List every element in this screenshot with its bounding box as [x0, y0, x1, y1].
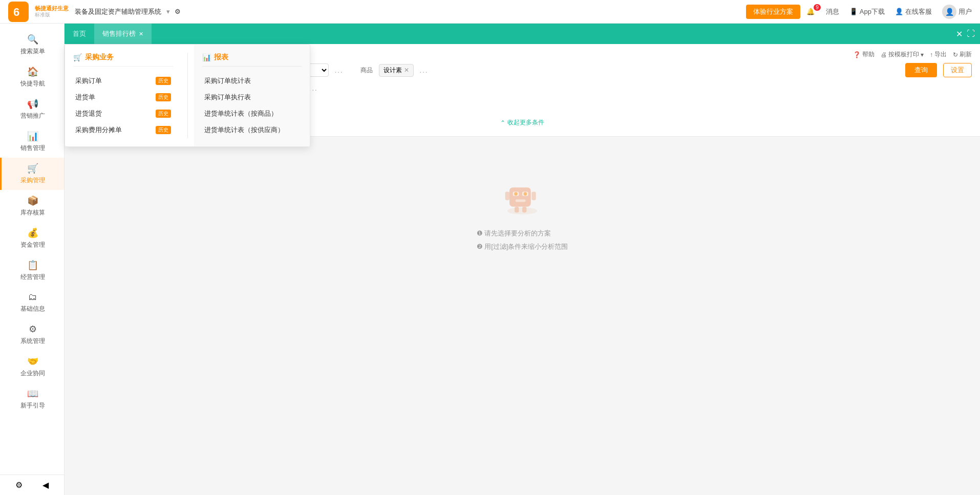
tab-maximize-btn[interactable]: ⛶: [967, 29, 975, 38]
top-bar: 6 畅捷通好生意 标准版 装备及固定资产辅助管理系统 ▾ ⚙ 体验行业方案 🔔 …: [0, 0, 980, 24]
sidebar-label-basic-info: 基础信息: [20, 305, 45, 313]
dropdown-divider: [187, 53, 188, 138]
sidebar-item-operations[interactable]: 📋 经营管理: [0, 254, 64, 287]
svg-text:6: 6: [13, 6, 19, 18]
set-btn[interactable]: 设置: [943, 63, 972, 77]
user-label: 用户: [958, 7, 972, 16]
sidebar-label-finance: 资金管理: [20, 241, 45, 249]
hist-badge-0: 历史: [156, 77, 171, 85]
dropdown-item-goods-in[interactable]: 进货单 历史: [73, 89, 173, 105]
online-service-label: 在线客服: [905, 7, 932, 16]
report-label-0: 采购订单统计表: [204, 77, 251, 84]
sidebar-item-sales[interactable]: 📊 销售管理: [0, 125, 64, 158]
report-item-3[interactable]: 进货单统计表（按供应商）: [202, 122, 302, 138]
sidebar-collapse-icon[interactable]: ◀: [42, 480, 49, 490]
sidebar-bottom: ⚙ ◀: [0, 475, 64, 495]
dropdown-label-purchase-cost: 采购费用分摊单: [75, 125, 122, 135]
report-label-2: 进货单统计表（按商品）: [204, 110, 278, 117]
sidebar-label-guide: 新手引导: [20, 401, 45, 410]
user-btn[interactable]: 👤 用户: [942, 5, 972, 19]
hist-badge-2: 历史: [156, 110, 171, 118]
notifications-label: 消息: [826, 7, 839, 16]
svg-rect-2: [509, 187, 531, 207]
collapse-label: 收起更多条件: [507, 118, 544, 127]
sales-icon: 📊: [27, 131, 38, 142]
goods-tag: 设计素 ✕: [379, 64, 414, 77]
refresh-label: 刷新: [960, 50, 972, 59]
salesperson-dots: ...: [309, 84, 318, 92]
logo-text-block: 畅捷通好生意 标准版: [35, 5, 69, 18]
system-icon: ⚙: [29, 324, 37, 335]
sidebar-settings-icon[interactable]: ⚙: [15, 480, 23, 490]
report-item-0[interactable]: 采购订单统计表: [202, 73, 302, 89]
avatar: 👤: [942, 5, 956, 19]
tab-close-icon[interactable]: ✕: [139, 31, 143, 37]
sidebar-item-marketing[interactable]: 📢 营销推广: [0, 93, 64, 125]
svg-rect-5: [516, 200, 526, 202]
sidebar-label-quick-nav: 快捷导航: [20, 79, 45, 88]
search-icon: 🔍: [27, 34, 38, 45]
query-btn[interactable]: 查询: [905, 63, 937, 77]
sidebar-item-quick-nav[interactable]: 🏠 快捷导航: [0, 61, 64, 93]
tab-home-label: 首页: [73, 29, 86, 38]
sidebar-label-enterprise: 企业协同: [20, 369, 45, 378]
print-dropdown-icon[interactable]: ▾: [921, 51, 924, 58]
report-label-3: 进货单统计表（按供应商）: [204, 126, 284, 134]
goods-tag-value: 设计素: [384, 66, 402, 75]
app-download-label: App下载: [860, 7, 885, 16]
online-service-btn[interactable]: 👤 在线客服: [895, 7, 932, 16]
dropdown-item-purchase-order[interactable]: 采购订单 历史: [73, 73, 173, 89]
tab-bar: 首页 销售排行榜 ✕ ✕ ⛶: [65, 24, 980, 44]
help-label: 帮助: [862, 50, 875, 59]
tab-sales-ranking[interactable]: 销售排行榜 ✕: [94, 24, 152, 44]
purchase-business-col: 🛒 采购业务 采购订单 历史 进货单 历史 进货退货 历史 采购费用分摊单 历史: [73, 53, 173, 138]
sidebar-item-inventory[interactable]: 📦 库存核算: [0, 190, 64, 222]
system-title: 装备及固定资产辅助管理系统 ▾ ⚙: [75, 7, 740, 16]
report-item-2[interactable]: 进货单统计表（按商品）: [202, 105, 302, 122]
sidebar-label-inventory: 库存核算: [20, 208, 45, 217]
reports-col-icon: 📊: [202, 53, 211, 61]
app-download-btn[interactable]: 📱 App下载: [849, 7, 885, 16]
basic-info-icon: 🗂: [28, 292, 37, 303]
sidebar-item-system[interactable]: ⚙ 系统管理: [0, 318, 64, 351]
sidebar-item-guide[interactable]: 📖 新手引导: [0, 383, 64, 415]
export-label: 导出: [934, 50, 947, 59]
purchase-col-label: 采购业务: [85, 53, 114, 62]
hist-badge-3: 历史: [156, 126, 171, 134]
home-icon: 🏠: [27, 66, 38, 77]
sidebar-item-finance[interactable]: 💰 资金管理: [0, 222, 64, 254]
tab-sales-ranking-label: 销售排行榜: [102, 29, 136, 38]
export-btn[interactable]: ↑ 导出: [930, 50, 947, 59]
export-icon: ↑: [930, 51, 933, 58]
notifications-btn[interactable]: 🔔 9 消息: [806, 7, 839, 16]
hist-badge-1: 历史: [156, 93, 171, 101]
system-title-dropdown[interactable]: ▾: [166, 8, 170, 15]
logo-svg: 6: [11, 5, 26, 19]
sidebar-item-enterprise[interactable]: 🤝 企业协同: [0, 351, 64, 383]
sidebar-item-basic-info[interactable]: 🗂 基础信息: [0, 287, 64, 318]
sidebar-item-search[interactable]: 🔍 搜索菜单: [0, 29, 64, 61]
settings-icon[interactable]: ⚙: [175, 8, 181, 15]
purchase-col-title: 🛒 采购业务: [73, 53, 173, 67]
sidebar-item-purchase[interactable]: 🛒 采购管理: [0, 158, 64, 190]
reports-col-label: 报表: [214, 53, 228, 62]
tab-close-btn[interactable]: ✕: [956, 29, 963, 39]
print-btn[interactable]: 🖨 按模板打印 ▾: [881, 50, 924, 59]
goods-tag-close[interactable]: ✕: [404, 67, 409, 74]
finance-icon: 💰: [27, 227, 38, 239]
refresh-btn[interactable]: ↻ 刷新: [953, 50, 972, 59]
dropdown-item-purchase-cost[interactable]: 采购费用分摊单 历史: [73, 122, 173, 138]
enterprise-icon: 🤝: [27, 356, 38, 367]
empty-line2: ❷ 用[过滤]条件来缩小分析范围: [477, 240, 568, 253]
tab-home[interactable]: 首页: [65, 24, 94, 44]
industry-btn[interactable]: 体验行业方案: [746, 5, 800, 19]
report-item-1[interactable]: 采购订单执行表: [202, 89, 302, 105]
help-btn[interactable]: ❓ 帮助: [853, 50, 875, 59]
empty-state: ❶ 请先选择要分析的方案 ❷ 用[过滤]条件来缩小分析范围: [65, 137, 980, 294]
top-actions: 🔔 9 消息 📱 App下载 👤 在线客服 👤 用户: [806, 5, 972, 19]
dropdown-item-goods-return[interactable]: 进货退货 历史: [73, 105, 173, 122]
reports-col: 📊 报表 采购订单统计表 采购订单执行表 进货单统计表（按商品） 进货单统计表（…: [194, 45, 310, 146]
svg-rect-6: [505, 192, 509, 201]
tab-bar-actions: ✕ ⛶: [956, 29, 980, 39]
empty-text: ❶ 请先选择要分析的方案 ❷ 用[过滤]条件来缩小分析范围: [477, 227, 568, 253]
